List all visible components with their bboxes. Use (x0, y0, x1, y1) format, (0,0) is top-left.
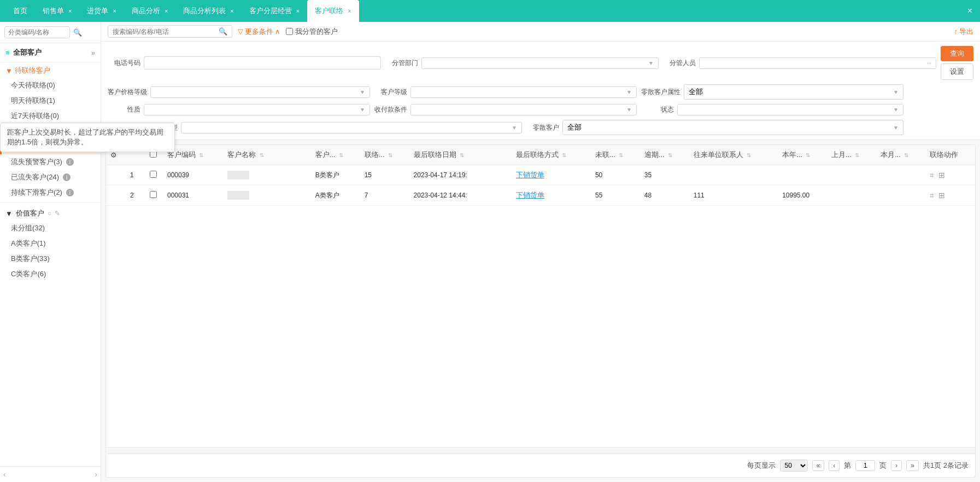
cell-last-method-0[interactable]: 下销货单 (512, 165, 591, 185)
row-checkbox-0[interactable] (150, 171, 157, 178)
sidebar-item-a-class[interactable]: A类客户(1) (0, 236, 101, 251)
nav-product-list-close[interactable]: × (230, 8, 233, 14)
nav-purchase-close[interactable]: × (113, 8, 116, 14)
price-grade-arrow: ▼ (360, 89, 365, 95)
nature-select[interactable]: ▼ (144, 104, 370, 115)
th-no-contact[interactable]: 未联... ⇅ (591, 145, 640, 165)
dept-label: 分管部门 (385, 59, 418, 68)
sidebar-item-churned[interactable]: 已流失客户(24) i (0, 170, 101, 185)
th-contact-person[interactable]: 往来单位联系人 ⇅ (689, 145, 778, 165)
nav-home[interactable]: 首页 (5, 0, 35, 22)
cell-action-0: ⌗ ⊞ (925, 165, 975, 185)
per-page-select[interactable]: 50 100 200 (780, 460, 808, 472)
sidebar-item-tomorrow[interactable]: 明天待联络(1) (0, 93, 101, 108)
th-type[interactable]: 客户... ⇅ (311, 145, 360, 165)
value-section-circle-icon[interactable]: ○ (48, 210, 51, 217)
dept-select[interactable]: ▼ (421, 57, 659, 69)
next-page-button[interactable]: › (891, 460, 902, 471)
data-table: ⚙ 客户编码 ⇅ 客户名称 (106, 145, 975, 206)
nav-customer-contact-close[interactable]: × (348, 8, 351, 14)
th-overdue[interactable]: 逾期... ⇅ (640, 145, 689, 165)
this-month-sort-icon: ⇅ (904, 152, 908, 158)
row-checkbox-1[interactable] (150, 191, 157, 198)
action-link-icon-1[interactable]: ⌗ (930, 191, 934, 200)
customer-grade-select[interactable]: ▼ (410, 86, 637, 98)
declining-info-icon[interactable]: i (66, 189, 74, 196)
dept-down-arrow: ▼ (648, 60, 654, 66)
cell-checkbox-0 (145, 165, 163, 185)
churn-warning-info-icon[interactable]: i (66, 158, 74, 166)
sidebar-search-icon[interactable]: 🔍 (73, 28, 82, 37)
value-section-edit-icon[interactable]: ✎ (55, 210, 60, 217)
sidebar-item-week[interactable]: 近7天待联络(0) (0, 108, 101, 124)
table-scroll[interactable]: ⚙ 客户编码 ⇅ 客户名称 (106, 145, 975, 447)
setting-button[interactable]: 设置 (941, 63, 973, 80)
query-button[interactable]: 查询 (941, 46, 973, 61)
sidebar-item-declining[interactable]: 持续下滑客户(2) i (0, 185, 101, 200)
search-icon[interactable]: 🔍 (219, 27, 227, 36)
filter-panel: 电话号码 分管部门 ▼ 分管人员 ··· (101, 42, 980, 140)
nav-sales[interactable]: 销售单 × (35, 0, 79, 22)
action-menu-icon-1[interactable]: ⊞ (938, 191, 945, 200)
th-last-month[interactable]: 上月... ⇅ (827, 145, 876, 165)
my-customers-checkbox[interactable] (286, 28, 293, 35)
manager-select[interactable]: ··· (699, 57, 936, 69)
first-page-button[interactable]: « (812, 460, 825, 471)
nav-product-analysis-close[interactable]: × (165, 8, 168, 14)
collapse-sidebar-icon[interactable]: » (91, 49, 95, 57)
sidebar-bottom-left-arrow[interactable]: ‹ (3, 470, 6, 479)
th-name[interactable]: 客户名称 ⇅ (223, 145, 311, 165)
sidebar-item-c-class[interactable]: C类客户(6) (0, 266, 101, 282)
nav-product-list[interactable]: 商品分析列表 × (175, 0, 241, 22)
last-method-sort-icon: ⇅ (562, 152, 566, 158)
sidebar-item-today[interactable]: 今天待联络(0) (0, 78, 101, 93)
sidebar-item-churn-warning[interactable]: 流失预警客户(3) i (0, 154, 101, 170)
nav-customer-contact[interactable]: 客户联络 × (307, 0, 359, 22)
sidebar-item-b-class[interactable]: B类客户(33) (0, 251, 101, 266)
th-last-date[interactable]: 最后联络日期 ⇅ (409, 145, 512, 165)
prev-page-button[interactable]: ‹ (829, 460, 840, 471)
payment-select[interactable]: ▼ (410, 104, 637, 115)
sidebar-bottom: ‹ › (0, 466, 101, 482)
page-number-input[interactable] (855, 460, 875, 471)
retail-customer-select[interactable]: 全部 ▼ (562, 120, 903, 135)
nav-purchase[interactable]: 进货单 × (79, 0, 124, 22)
sidebar-search-input[interactable] (4, 26, 70, 38)
customer-grade-field: 客户等级 ▼ (374, 86, 637, 98)
retail-customer-field: 零散客户 全部 ▼ (526, 120, 903, 135)
th-last-method[interactable]: 最后联络方式 ⇅ (512, 145, 591, 165)
more-conditions-button[interactable]: ▽ 更多条件 ∧ (238, 27, 280, 37)
nav-customer-mgmt[interactable]: 客户分层经营 × (242, 0, 307, 22)
churned-info-icon[interactable]: i (63, 173, 71, 181)
status-select[interactable]: ▼ (677, 104, 903, 115)
sidebar-item-unclassified[interactable]: 未分组(32) (0, 220, 101, 236)
customer-type-select[interactable]: ▼ (181, 122, 522, 133)
my-customers-checkbox-wrap[interactable]: 我分管的客户 (286, 27, 338, 37)
sidebar-bottom-right-arrow[interactable]: › (95, 470, 97, 479)
last-page-button[interactable]: » (906, 460, 919, 471)
pending-group-arrow: ▼ (5, 67, 13, 75)
price-grade-select[interactable]: ▼ (150, 86, 370, 98)
cell-name-1 (223, 185, 311, 206)
sidebar-divider (0, 202, 101, 203)
close-all-button[interactable]: × (967, 6, 972, 16)
export-icon: ↑ (954, 27, 958, 36)
nav-sales-close[interactable]: × (68, 8, 72, 14)
retail-attr-select[interactable]: 全部 ▼ (684, 84, 903, 100)
nav-product-analysis[interactable]: 商品分析 × (124, 0, 175, 22)
nav-customer-mgmt-close[interactable]: × (296, 8, 300, 14)
action-menu-icon-0[interactable]: ⊞ (938, 171, 945, 180)
cell-last-method-1[interactable]: 下销货单 (512, 185, 591, 206)
pending-contact-group[interactable]: ▼ 待联络客户 (0, 62, 101, 78)
th-contact[interactable]: 联络... ⇅ (360, 145, 409, 165)
table-bottom-scroll[interactable] (106, 447, 975, 454)
nature-label: 性质 (108, 105, 140, 114)
th-this-month[interactable]: 本月... ⇅ (876, 145, 925, 165)
phone-input[interactable] (144, 56, 381, 69)
export-button[interactable]: ↑ 导出 (954, 27, 974, 37)
action-link-icon-0[interactable]: ⌗ (930, 171, 934, 180)
th-this-year[interactable]: 本年... ⇅ (778, 145, 827, 165)
price-grade-field: 客户价格等级 ▼ (108, 86, 370, 98)
filter-row-1: 电话号码 分管部门 ▼ 分管人员 ··· (108, 46, 973, 80)
search-input[interactable] (113, 28, 216, 36)
